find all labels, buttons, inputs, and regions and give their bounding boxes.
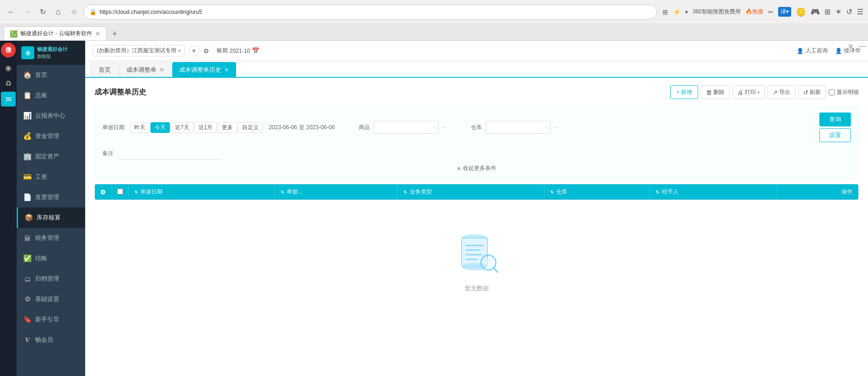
browser-tab-active[interactable]: 💹 畅捷通好会计 - 云端财务软件 ✕ (4, 26, 106, 40)
hot-search-icon[interactable]: 🔥热搜 (745, 8, 763, 16)
product-filter-label: 商品 (359, 124, 370, 132)
grid-icon[interactable]: ⊞ (824, 7, 831, 16)
sidebar-item-funds[interactable]: 💰 资金管理 (17, 126, 85, 146)
tab-cost-history[interactable]: 成本调整单历史 ✕ (172, 62, 236, 77)
display-toggle[interactable]: 显示明细 (829, 88, 859, 96)
panel-close-button[interactable]: ✕ (845, 41, 856, 52)
sidebar-item-archive[interactable]: 🗂 归档管理 (17, 269, 85, 289)
panel-minimize-button[interactable]: — (857, 41, 868, 52)
tab-cost-adjust-close-icon[interactable]: ✕ (159, 66, 164, 73)
lightning-icon[interactable]: ⚡ (673, 8, 681, 16)
filter-settings-button[interactable]: 设置 (819, 128, 851, 142)
home-browser-button[interactable]: ⌂ (52, 6, 65, 19)
product-select-wrap[interactable]: ··· (374, 121, 438, 134)
date-column-header[interactable]: ⇅ 单据日期 (128, 184, 275, 200)
page-body: 成本调整单历史 + 新增 🗑 删除 🖨 打印 ▾ ↗ 导出 (85, 78, 868, 376)
scissors-icon[interactable]: ✂ (768, 8, 774, 16)
page-title: 成本调整单历史 (94, 88, 146, 97)
refresh-page-button[interactable]: ↺ 刷新 (798, 85, 826, 99)
export-button[interactable]: ↗ 导出 (768, 85, 795, 99)
add-account-button[interactable]: + (188, 45, 200, 56)
undo-icon[interactable]: ↺ (846, 7, 852, 16)
url-bar[interactable]: 🔒 https://cloud.chanjet.com/accounting/u… (83, 5, 657, 19)
strip-icon-2[interactable]: ♻ (1, 76, 16, 91)
biz-type-column-header[interactable]: ⇅ 业务类型 (398, 184, 544, 200)
weibo-icon[interactable]: 微 (1, 43, 16, 57)
date-btn-1month[interactable]: 近1月 (194, 122, 217, 133)
date-btn-custom[interactable]: 自定义 (238, 122, 263, 133)
service-label: 人工咨询 (806, 47, 828, 55)
sidebar-item-tax[interactable]: 🏛 税务管理 (17, 228, 85, 248)
sidebar-label-inventory: 库存核算 (37, 213, 61, 222)
sidebar-item-salary[interactable]: 💳 工资 (17, 167, 85, 187)
tab-cost-history-label: 成本调整单历史 (179, 66, 221, 74)
sidebar-label-settings: 基础设置 (35, 295, 59, 303)
forward-button[interactable]: → (20, 6, 33, 19)
collapse-btn[interactable]: ∧ 收起更多条件 (102, 164, 851, 172)
remark-filter-input[interactable] (119, 147, 221, 160)
translate-icon[interactable]: 译▾ (778, 7, 791, 17)
warehouse-select-wrap[interactable]: ··· (486, 121, 550, 134)
handler-column-header[interactable]: ⇅ 经手人 (650, 184, 776, 200)
new-record-button[interactable]: + 新增 (670, 85, 698, 99)
sidebar-item-home[interactable]: 🏠 首页 (17, 65, 85, 85)
back-button[interactable]: ← (5, 6, 18, 19)
sidebar-item-member[interactable]: V 畅会员 (17, 330, 85, 350)
doc-num-column-header[interactable]: ⇅ 单据... (275, 184, 397, 200)
print-dropdown-icon: ▾ (757, 90, 760, 95)
strip-icon-3[interactable]: ✉ (1, 92, 16, 107)
sidebar-item-inventory[interactable]: 📦 库存核算 (17, 207, 85, 228)
warehouse-more-icon: ··· (543, 125, 547, 130)
empty-illustration (451, 228, 502, 279)
search-360-btn[interactable]: 360智能抠图免费用 (693, 8, 741, 16)
date-range-display: 2023-06-06 至 2023-06-06 (269, 124, 335, 132)
settings-top-icon[interactable]: ⚙ (203, 47, 209, 55)
sidebar-label-reports: 云报表中心 (35, 112, 65, 120)
funds-sidebar-icon: 💰 (23, 132, 31, 140)
menu-icon[interactable]: ☰ (857, 7, 863, 16)
sidebar-item-ledger[interactable]: 📋 总账 (17, 85, 85, 106)
query-button[interactable]: 查询 (819, 113, 851, 126)
tab-home[interactable]: 首页 (91, 62, 119, 77)
sidebar-item-invoice[interactable]: 📄 发票管理 (17, 187, 85, 207)
apps-icon[interactable]: ⊞ (662, 8, 668, 16)
sidebar-item-settings[interactable]: ⚙ 基础设置 (17, 289, 85, 309)
new-tab-button[interactable]: + (108, 27, 121, 40)
sidebar-item-assets[interactable]: 🏢 固定资产 (17, 146, 85, 167)
dropdown-arrow-icon[interactable]: ▾ (685, 9, 688, 15)
warehouse-column-header[interactable]: ⇅ 仓库 (544, 184, 650, 200)
date-btn-today[interactable]: 今天 (150, 122, 170, 133)
tab-cost-history-close-icon[interactable]: ✕ (224, 66, 229, 73)
date-btn-7days[interactable]: 近7天 (171, 122, 194, 133)
icon-strip: 微 ◉ ♻ ✉ (0, 41, 17, 376)
select-all-checkbox[interactable] (117, 188, 123, 194)
date-btn-more[interactable]: 更多 (218, 122, 237, 133)
calendar-icon[interactable]: 📅 (252, 47, 259, 54)
coin-icon[interactable]: 🪙 (796, 7, 806, 17)
customer-service-btn[interactable]: 👤 人工咨询 (797, 47, 828, 55)
display-toggle-checkbox[interactable] (829, 89, 835, 95)
invoice-sidebar-icon: 📄 (23, 193, 31, 201)
guide-sidebar-icon: 🔖 (23, 315, 31, 324)
date-btn-yesterday[interactable]: 昨天 (130, 122, 150, 133)
refresh-browser-button[interactable]: ↻ (36, 6, 49, 19)
gamepad-icon[interactable]: 🎮 (811, 7, 820, 16)
sidebar-item-guide[interactable]: 🔖 新手引导 (17, 309, 85, 330)
print-button[interactable]: 🖨 打印 ▾ (732, 85, 765, 99)
star-browser-button[interactable]: ☆ (68, 6, 81, 19)
tab-cost-adjust[interactable]: 成本调整单 ✕ (119, 62, 171, 77)
sun-icon[interactable]: ☀ (835, 7, 842, 16)
logo-sub-text: 旗舰版 (37, 53, 68, 60)
sidebar-item-close[interactable]: ✅ 结账 (17, 248, 85, 269)
account-selector[interactable]: (勿删勿禁用）江西服宝测试专用 ▾ (93, 45, 185, 56)
checkbox-column-header[interactable] (112, 184, 128, 200)
sidebar-item-reports[interactable]: 📊 云报表中心 (17, 106, 85, 126)
delete-button[interactable]: 🗑 删除 (701, 85, 730, 99)
column-settings-icon[interactable]: ⚙ (100, 188, 106, 196)
print-icon: 🖨 (737, 89, 743, 96)
tab-close-icon[interactable]: ✕ (95, 30, 100, 38)
home-sidebar-icon: 🏠 (23, 71, 31, 79)
settings-column-header[interactable]: ⚙ (95, 184, 112, 200)
svg-point-2 (462, 263, 487, 270)
strip-icon-1[interactable]: ◉ (1, 60, 16, 75)
